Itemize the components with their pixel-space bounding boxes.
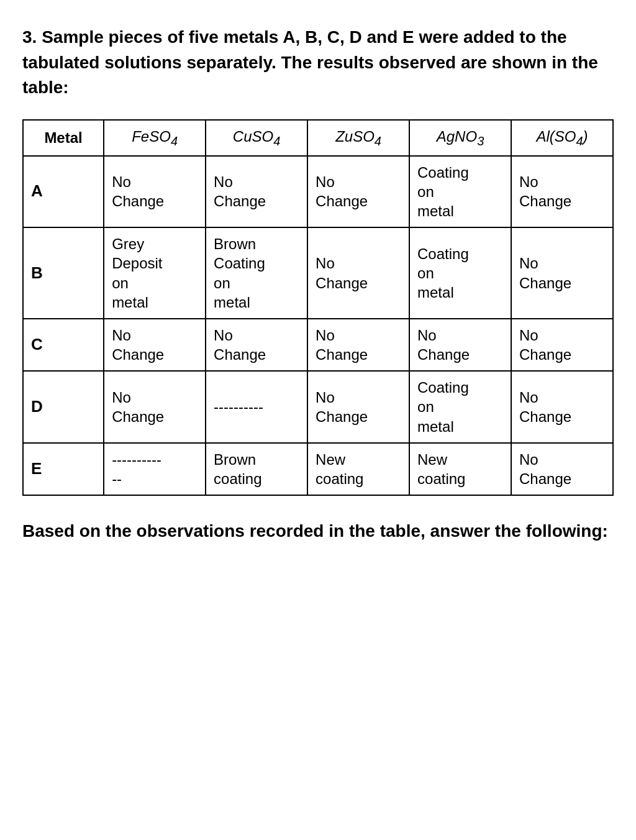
table-row: D NoChange ---------- NoChange Coatingon…: [23, 371, 613, 443]
header-cuso4: CuSO4: [206, 120, 307, 156]
b-zuso4: NoChange: [307, 227, 409, 319]
c-also4: NoChange: [511, 319, 613, 371]
table-row: B GreyDepositonmetal BrownCoatingonmetal…: [23, 227, 613, 319]
a-cuso4: NoChange: [206, 156, 307, 228]
e-feso4: ------------: [104, 443, 206, 495]
d-zuso4: NoChange: [307, 371, 409, 443]
metal-a: A: [23, 156, 104, 228]
header-also4: Al(SO4): [511, 120, 613, 156]
metal-e: E: [23, 443, 104, 495]
a-zuso4: NoChange: [307, 156, 409, 228]
table-row: A NoChange NoChange NoChange Coatingonme…: [23, 156, 613, 228]
a-agno3: Coatingonmetal: [409, 156, 511, 228]
a-feso4: NoChange: [104, 156, 206, 228]
table-header-row: Metal FeSO4 CuSO4 ZuSO4 AgNO3 Al(SO4): [23, 120, 613, 156]
header-agno3: AgNO3: [409, 120, 511, 156]
question-body: Sample pieces of five metals A, B, C, D …: [22, 27, 598, 97]
d-also4: NoChange: [511, 371, 613, 443]
c-agno3: NoChange: [409, 319, 511, 371]
question-number: 3.: [22, 27, 37, 47]
metal-c: C: [23, 319, 104, 371]
header-zuso4: ZuSO4: [307, 120, 409, 156]
header-metal: Metal: [23, 120, 104, 156]
c-zuso4: NoChange: [307, 319, 409, 371]
conclusion-text: Based on the observations recorded in th…: [22, 518, 614, 544]
question-text: 3. Sample pieces of five metals A, B, C,…: [22, 25, 614, 101]
e-agno3: Newcoating: [409, 443, 511, 495]
b-agno3: Coatingonmetal: [409, 227, 511, 319]
question-container: 3. Sample pieces of five metals A, B, C,…: [22, 25, 614, 544]
table-row: E ------------ Browncoating Newcoating N…: [23, 443, 613, 495]
c-cuso4: NoChange: [206, 319, 307, 371]
b-cuso4: BrownCoatingonmetal: [206, 227, 307, 319]
d-agno3: Coatingonmetal: [409, 371, 511, 443]
e-zuso4: Newcoating: [307, 443, 409, 495]
c-feso4: NoChange: [104, 319, 206, 371]
e-cuso4: Browncoating: [206, 443, 307, 495]
a-also4: NoChange: [511, 156, 613, 228]
d-cuso4: ----------: [206, 371, 307, 443]
b-also4: NoChange: [511, 227, 613, 319]
b-feso4: GreyDepositonmetal: [104, 227, 206, 319]
metal-d: D: [23, 371, 104, 443]
results-table: Metal FeSO4 CuSO4 ZuSO4 AgNO3 Al(SO4) A …: [22, 119, 614, 496]
metal-b: B: [23, 227, 104, 319]
d-feso4: NoChange: [104, 371, 206, 443]
e-also4: NoChange: [511, 443, 613, 495]
table-row: C NoChange NoChange NoChange NoChange No…: [23, 319, 613, 371]
header-feso4: FeSO4: [104, 120, 206, 156]
